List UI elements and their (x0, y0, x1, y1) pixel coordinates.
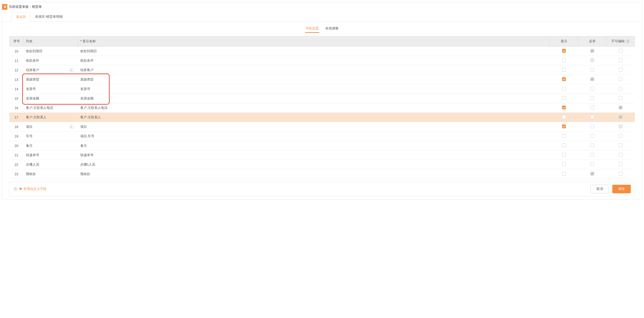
cell-name: 收款条件 (24, 56, 78, 66)
checkbox-required (590, 77, 594, 81)
subtab-0[interactable]: 字段设置 (305, 25, 319, 33)
checkbox-required[interactable] (590, 124, 594, 128)
field-name-label: 发票金额 (26, 96, 39, 100)
checkbox-required[interactable] (590, 153, 594, 157)
gear-icon (19, 187, 22, 191)
cell-required (578, 113, 606, 122)
cell-display-name[interactable]: 项目.车号 (78, 132, 550, 141)
plus-icon[interactable]: + (70, 125, 74, 129)
cell-display-name[interactable]: 客户.主联系人电话 (78, 103, 550, 113)
col-header-seq: 序号 (10, 36, 24, 46)
cell-name: 票据类型 (24, 75, 78, 84)
checkbox-readonly[interactable] (619, 144, 622, 147)
checkbox-required (590, 172, 594, 176)
expand-panel-button[interactable] (2, 4, 7, 10)
cell-show (550, 132, 578, 141)
checkbox-show[interactable] (562, 68, 566, 72)
cell-display-name[interactable]: 步骤1人员 (78, 160, 550, 170)
checkbox-show[interactable] (562, 106, 566, 110)
save-button[interactable]: 保存 (612, 185, 631, 193)
checkbox-show[interactable] (562, 77, 566, 81)
cell-display-name[interactable]: 结算客户 (78, 66, 550, 75)
cell-required (578, 75, 606, 84)
cell-seq: 23 (10, 170, 24, 179)
cell-display-name[interactable]: 客户.主联系人 (78, 113, 550, 122)
checkbox-readonly[interactable] (619, 172, 622, 176)
checkbox-required[interactable] (590, 68, 594, 72)
table-row: 17客户.主联系人客户.主联系人 (10, 113, 635, 122)
page-title-value: 销货单 (32, 5, 42, 9)
cell-show (550, 94, 578, 103)
cancel-button[interactable]: 取消 (590, 185, 609, 193)
tab-1[interactable]: 表体区-销货单明细 (30, 12, 67, 22)
manage-custom-fields-link[interactable]: 管理自定义字段 (24, 187, 46, 191)
checkbox-required (590, 58, 594, 62)
checkbox-required[interactable] (590, 144, 594, 147)
help-icon[interactable]: ? (626, 40, 630, 43)
cell-display-name[interactable]: 快递单号 (78, 150, 550, 160)
checkbox-show[interactable] (562, 144, 566, 147)
checkbox-readonly[interactable] (619, 162, 622, 166)
cell-display-name[interactable]: 项目 (78, 122, 550, 132)
checkbox-readonly[interactable] (619, 96, 622, 100)
checkbox-readonly[interactable] (619, 77, 622, 81)
table-row: 21快递单号快递单号 (10, 150, 635, 160)
table-row: 11收款条件收款条件 (10, 56, 635, 66)
checkbox-show[interactable] (562, 49, 566, 53)
checkbox-required[interactable] (590, 96, 594, 100)
checkbox-required[interactable] (590, 162, 594, 166)
checkbox-show[interactable] (562, 134, 566, 138)
checkbox-readonly[interactable] (619, 58, 622, 62)
checkbox-show[interactable] (562, 172, 566, 176)
checkbox-show[interactable] (562, 58, 566, 62)
cell-seq: 10 (10, 46, 24, 56)
cell-name: 步骤人员 (24, 160, 78, 170)
cell-display-name[interactable]: 收款条件 (78, 56, 550, 66)
cell-required (578, 46, 606, 56)
checkbox-readonly (619, 106, 622, 110)
cell-show (550, 160, 578, 170)
table-row: 13票据类型票据类型 (10, 75, 635, 84)
field-name-label: 结算客户 (26, 68, 39, 72)
checkbox-show[interactable] (562, 115, 566, 119)
cell-display-name[interactable]: 收款到期日 (78, 46, 550, 56)
cell-show (550, 84, 578, 94)
cell-name: 车号 (24, 132, 78, 141)
cell-display-name[interactable]: 备注 (78, 141, 550, 150)
cell-readonly (606, 94, 635, 103)
tab-0[interactable]: 表头区 (12, 12, 30, 22)
cell-seq: 17 (10, 113, 24, 122)
checkbox-required[interactable] (590, 87, 594, 90)
checkbox-readonly[interactable] (619, 68, 622, 72)
checkbox-readonly[interactable] (619, 134, 622, 138)
checkbox-required[interactable] (590, 115, 594, 119)
table-row: 12结算客户+结算客户 (10, 66, 635, 75)
checkbox-readonly[interactable] (619, 153, 622, 157)
field-name-label: 票据类型 (26, 78, 39, 81)
page-title-prefix: 当前设置单据： (9, 5, 32, 9)
cell-display-name[interactable]: 票据类型 (78, 75, 550, 84)
col-header-readonly: 不可编辑 ? (606, 36, 635, 46)
plus-icon[interactable]: + (70, 68, 74, 72)
checkbox-show[interactable] (562, 96, 566, 100)
checkbox-readonly[interactable] (619, 87, 622, 90)
cell-required (578, 132, 606, 141)
subtab-1[interactable]: 布局调整 (325, 25, 339, 33)
cell-display-name[interactable]: 发票号 (78, 84, 550, 94)
cell-readonly (606, 160, 635, 170)
checkbox-show[interactable] (562, 162, 566, 166)
col-header-name: 列名 (24, 36, 78, 46)
table-row: 18项目+项目 (10, 122, 635, 132)
checkbox-show[interactable] (562, 153, 566, 157)
help-icon[interactable]: ? (14, 187, 17, 191)
cell-display-name[interactable]: 预收款 (78, 170, 550, 179)
table-row: 20备注备注 (10, 141, 635, 150)
checkbox-show[interactable] (562, 87, 566, 90)
checkbox-required[interactable] (590, 106, 594, 110)
table-row: 10收款到期日收款到期日 (10, 46, 635, 56)
cell-display-name[interactable]: 发票金额 (78, 94, 550, 103)
cell-readonly (606, 46, 635, 56)
checkbox-show[interactable] (562, 124, 566, 128)
checkbox-required[interactable] (590, 134, 594, 138)
checkbox-readonly[interactable] (619, 49, 622, 53)
